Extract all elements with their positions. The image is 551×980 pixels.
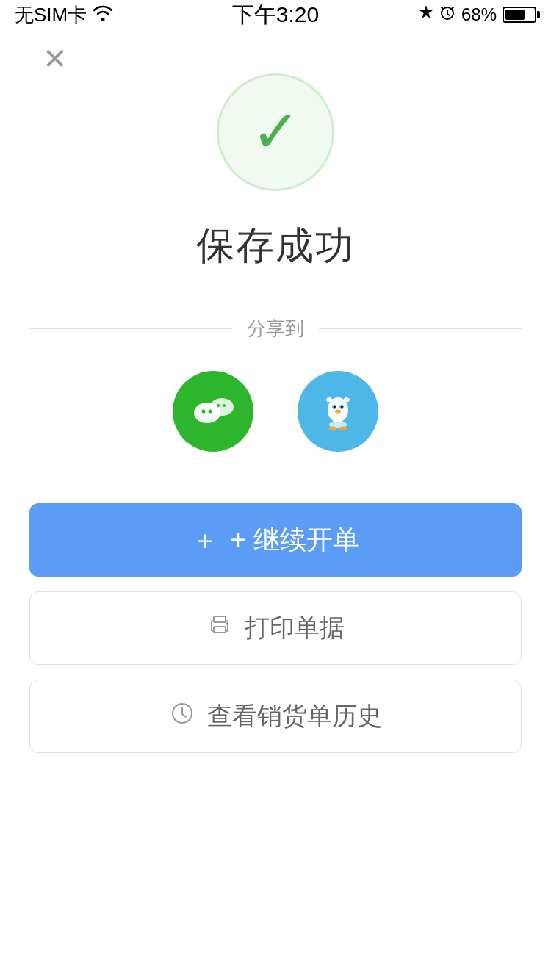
divider-right	[319, 328, 522, 329]
history-label: 查看销货单历史	[207, 699, 382, 733]
print-button[interactable]: 打印单据	[29, 591, 522, 665]
share-label: 分享到	[232, 316, 319, 342]
history-icon	[169, 700, 195, 733]
share-section: 分享到	[0, 316, 551, 452]
history-button[interactable]: 查看销货单历史	[29, 680, 522, 753]
status-right: 68%	[419, 4, 536, 25]
printer-icon	[206, 612, 233, 645]
divider-container: 分享到	[0, 316, 551, 342]
svg-point-21	[226, 622, 228, 624]
close-icon: ✕	[43, 44, 68, 73]
close-button[interactable]: ✕	[37, 40, 73, 77]
svg-rect-20	[214, 627, 226, 633]
svg-point-3	[201, 409, 205, 413]
wifi-icon	[93, 4, 113, 26]
svg-point-16	[329, 427, 336, 430]
battery-icon	[503, 7, 536, 23]
success-icon-circle: ✓	[217, 73, 334, 191]
carrier-text: 无SIM卡	[15, 2, 87, 28]
svg-point-4	[208, 409, 212, 413]
status-left: 无SIM卡	[15, 2, 113, 28]
continue-order-label: + 继续开单	[230, 522, 359, 558]
alarm-icon	[439, 4, 455, 25]
svg-point-6	[223, 404, 226, 407]
wechat-icon	[190, 388, 237, 436]
status-bar: 无SIM卡 下午3:20 68%	[0, 0, 551, 29]
checkmark-icon: ✓	[251, 103, 300, 162]
svg-point-5	[217, 404, 220, 407]
divider-left	[29, 328, 232, 329]
share-icons	[173, 371, 378, 452]
main-content: ✓ 保存成功 分享到	[0, 29, 551, 753]
svg-point-13	[335, 410, 341, 414]
svg-point-17	[339, 427, 347, 430]
battery-text: 68%	[461, 4, 497, 25]
qq-icon	[316, 389, 360, 433]
status-time: 下午3:20	[232, 0, 319, 30]
success-title: 保存成功	[196, 220, 355, 272]
svg-rect-19	[214, 616, 226, 622]
svg-point-12	[341, 406, 343, 408]
wechat-share-button[interactable]	[173, 371, 253, 452]
continue-order-button[interactable]: ＋ + 继续开单	[29, 503, 522, 577]
action-buttons: ＋ + 继续开单 打印单据 查看销货单历史	[0, 503, 551, 753]
qq-share-button[interactable]	[298, 371, 378, 452]
location-icon	[419, 4, 433, 25]
svg-point-11	[334, 406, 336, 408]
print-label: 打印单据	[245, 611, 345, 645]
svg-point-2	[210, 398, 234, 416]
plus-icon: ＋	[192, 522, 218, 558]
